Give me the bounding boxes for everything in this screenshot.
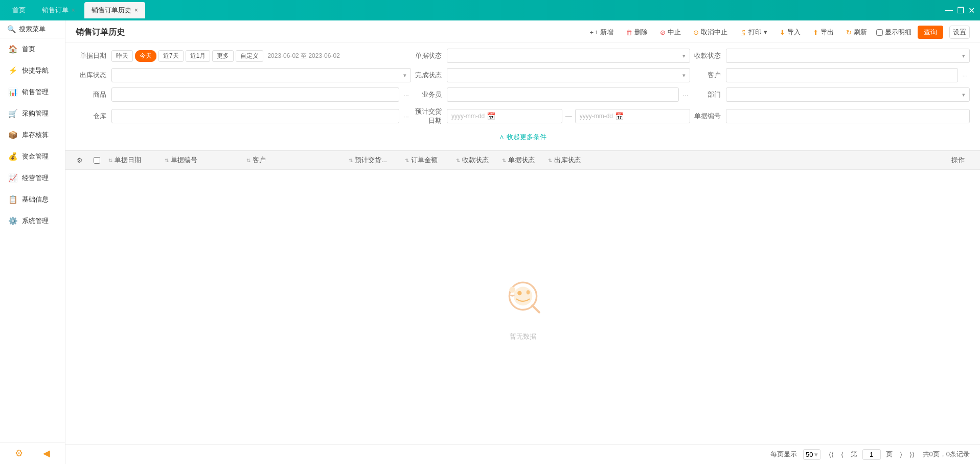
out-status-arrow: ▾ bbox=[403, 72, 406, 79]
sidebar-item-sales[interactable]: 📊 销售管理 bbox=[0, 81, 65, 103]
sort-icon-customer: ⇅ bbox=[246, 158, 250, 163]
customer-dots[interactable]: ··· bbox=[960, 72, 970, 79]
customer-input[interactable] bbox=[726, 68, 958, 82]
sidebar-settings-icon[interactable]: ⚙ bbox=[15, 448, 23, 459]
prev-page-btn[interactable]: ⟨ bbox=[839, 450, 846, 459]
warehouse-input[interactable] bbox=[111, 109, 399, 123]
stop-button[interactable]: ⊘ 中止 bbox=[657, 26, 684, 38]
restore-btn[interactable]: ❐ bbox=[957, 6, 964, 15]
stop-icon: ⊘ bbox=[660, 29, 666, 36]
sidebar-item-basic[interactable]: 📋 基础信息 bbox=[0, 189, 65, 210]
warehouse-dots[interactable]: ··· bbox=[401, 113, 411, 120]
search-menu[interactable]: 🔍 搜索菜单 bbox=[0, 20, 65, 38]
sidebar-item-purchase[interactable]: 🛒 采购管理 bbox=[0, 103, 65, 124]
refresh-button[interactable]: ↻ 刷新 bbox=[843, 26, 870, 38]
import-button[interactable]: ⬇ 导入 bbox=[777, 26, 804, 38]
tab-sales-order-close[interactable]: × bbox=[72, 7, 75, 14]
date-control: 昨天 今天 近7天 近1月 更多 自定义 2023-06-02 至 2023-0… bbox=[111, 50, 411, 62]
doc-number-input[interactable] bbox=[726, 109, 970, 123]
purchase-icon: 🛒 bbox=[8, 109, 18, 118]
complete-status-select[interactable]: ▾ bbox=[447, 68, 691, 82]
dept-label: 部门 bbox=[690, 90, 726, 99]
per-page-select[interactable]: 50 ▾ bbox=[803, 449, 820, 460]
sidebar-item-quick-nav-label: 快捷导航 bbox=[22, 66, 49, 75]
tab-sales-order-history-label: 销售订单历史 bbox=[92, 6, 131, 15]
date-btn-yesterday[interactable]: 昨天 bbox=[111, 50, 133, 62]
sidebar: 🔍 搜索菜单 🏠 首页 ⚡ 快捷导航 📊 销售管理 🛒 采购管理 📦 库存核算 … bbox=[0, 20, 65, 464]
doc-number-label: 单据编号 bbox=[690, 112, 726, 121]
th-doc-status[interactable]: ⇅ 单据状态 bbox=[498, 156, 544, 165]
th-delivery[interactable]: ⇅ 预计交货... bbox=[345, 156, 401, 165]
doc-status-select[interactable]: ▾ bbox=[447, 49, 691, 63]
sidebar-item-operations[interactable]: 📈 经营管理 bbox=[0, 167, 65, 189]
collapse-row[interactable]: ∧ 收起更多条件 bbox=[76, 130, 970, 144]
th-settings[interactable]: ⚙ bbox=[71, 157, 89, 164]
last-page-btn[interactable]: ⟩⟩ bbox=[907, 450, 917, 459]
th-checkbox-input[interactable] bbox=[94, 157, 100, 164]
th-out-status[interactable]: ⇅ 出库状态 bbox=[544, 156, 590, 165]
goods-input[interactable] bbox=[111, 87, 399, 102]
show-detail-input[interactable] bbox=[876, 29, 883, 36]
date-btn-1month[interactable]: 近1月 bbox=[186, 50, 211, 62]
date-btn-7days[interactable]: 近7天 bbox=[158, 50, 184, 62]
print-button[interactable]: 🖨 打印 ▾ bbox=[737, 26, 770, 38]
salesperson-input[interactable] bbox=[447, 87, 679, 102]
pay-status-arrow: ▾ bbox=[962, 53, 965, 59]
sidebar-item-inventory[interactable]: 📦 库存核算 bbox=[0, 124, 65, 146]
sidebar-item-quick-nav[interactable]: ⚡ 快捷导航 bbox=[0, 60, 65, 81]
sidebar-item-system[interactable]: ⚙️ 系统管理 bbox=[0, 210, 65, 232]
doc-status-arrow: ▾ bbox=[682, 53, 686, 59]
complete-status-arrow: ▾ bbox=[682, 72, 686, 79]
content-area: 销售订单历史 + + 新增 🗑 删除 ⊘ 中止 ⊙ 取消中止 bbox=[65, 20, 980, 464]
sort-icon-pay: ⇅ bbox=[456, 158, 460, 163]
close-btn[interactable]: ✕ bbox=[968, 6, 975, 15]
next-page-btn[interactable]: ⟩ bbox=[898, 450, 904, 459]
delivery-date-end[interactable]: yyyy-mm-dd 📅 bbox=[575, 109, 691, 123]
table-area: ⚙ ⇅ 单据日期 ⇅ 单据编号 ⇅ 客户 ⇅ bbox=[65, 150, 980, 464]
th-customer[interactable]: ⇅ 客户 bbox=[242, 156, 345, 165]
filter-row-3: 商品 ··· 业务员 ··· 部门 bbox=[76, 87, 970, 102]
new-button[interactable]: + + 新增 bbox=[587, 26, 617, 38]
empty-state: 暂无数据 bbox=[65, 170, 980, 444]
th-amount[interactable]: ⇅ 订单金额 bbox=[401, 156, 452, 165]
th-pay-status[interactable]: ⇅ 收款状态 bbox=[452, 156, 498, 165]
minimize-btn[interactable]: — bbox=[945, 6, 953, 15]
goods-dots[interactable]: ··· bbox=[401, 91, 411, 99]
pay-status-select[interactable]: ▾ bbox=[726, 49, 970, 63]
show-detail-checkbox[interactable]: 显示明细 bbox=[876, 28, 911, 37]
first-page-btn[interactable]: ⟨⟨ bbox=[827, 450, 836, 459]
th-date[interactable]: ⇅ 单据日期 bbox=[104, 156, 161, 165]
tab-sales-order-history[interactable]: 销售订单历史 × bbox=[84, 2, 145, 18]
filter-col-goods: 商品 ··· bbox=[76, 87, 411, 102]
export-button[interactable]: ⬆ 导出 bbox=[810, 26, 837, 38]
page-input[interactable] bbox=[862, 449, 881, 460]
query-button[interactable]: 查询 bbox=[918, 26, 943, 39]
tab-sales-order-label: 销售订单 bbox=[42, 6, 69, 15]
out-status-select[interactable]: ▾ bbox=[111, 68, 411, 82]
tab-sales-order[interactable]: 销售订单 × bbox=[35, 2, 82, 18]
tab-home[interactable]: 首页 bbox=[5, 2, 33, 18]
salesperson-dots[interactable]: ··· bbox=[681, 91, 691, 99]
th-number[interactable]: ⇅ 单据编号 bbox=[161, 156, 242, 165]
basic-icon: 📋 bbox=[8, 195, 18, 204]
sidebar-bottom: ⚙ ◀ bbox=[0, 442, 65, 464]
cancel-stop-button[interactable]: ⊙ 取消中止 bbox=[690, 26, 731, 38]
sidebar-item-finance[interactable]: 💰 资金管理 bbox=[0, 146, 65, 167]
sidebar-collapse-icon[interactable]: ◀ bbox=[43, 448, 50, 459]
date-btn-today[interactable]: 今天 bbox=[135, 50, 156, 62]
svg-point-4 bbox=[526, 290, 530, 294]
pay-status-label: 收款状态 bbox=[690, 51, 726, 60]
delete-button[interactable]: 🗑 删除 bbox=[623, 26, 651, 38]
sidebar-item-home[interactable]: 🏠 首页 bbox=[0, 38, 65, 60]
date-btn-custom[interactable]: 自定义 bbox=[236, 50, 263, 62]
sort-icon-date: ⇅ bbox=[108, 158, 112, 163]
date-btn-more[interactable]: 更多 bbox=[212, 50, 234, 62]
goods-label: 商品 bbox=[76, 90, 111, 99]
settings-button[interactable]: 设置 bbox=[949, 26, 970, 39]
dept-select[interactable]: ▾ bbox=[726, 87, 970, 102]
tab-sales-order-history-close[interactable]: × bbox=[134, 7, 138, 14]
sidebar-item-system-label: 系统管理 bbox=[22, 216, 49, 226]
th-checkbox[interactable] bbox=[89, 157, 104, 164]
cancel-stop-icon: ⊙ bbox=[693, 29, 699, 36]
delivery-date-start[interactable]: yyyy-mm-dd 📅 bbox=[447, 109, 562, 123]
